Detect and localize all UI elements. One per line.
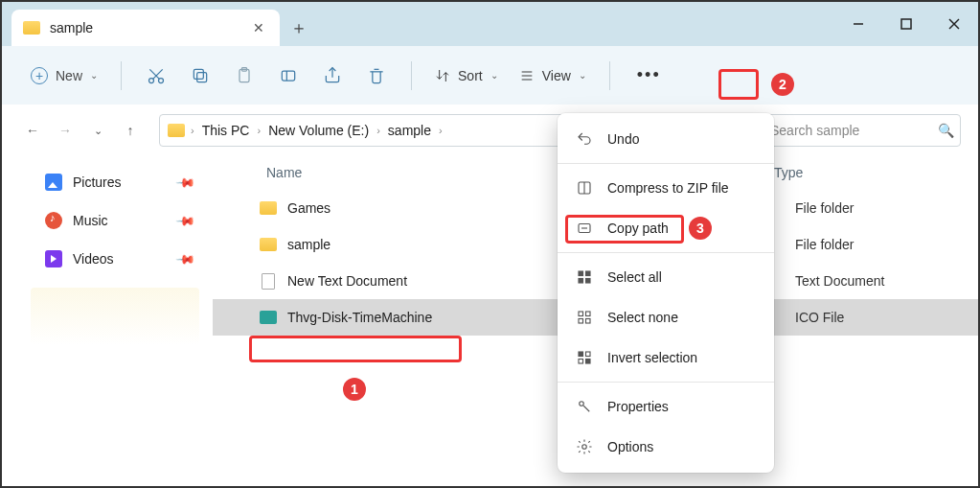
sort-button[interactable]: Sort ⌄ (427, 62, 506, 89)
chevron-down-icon: ⌄ (579, 70, 586, 81)
svg-rect-32 (579, 360, 583, 364)
file-type: ICO File (795, 310, 844, 325)
menu-select-all[interactable]: Select all (558, 257, 774, 297)
svg-rect-12 (282, 71, 294, 81)
recent-button[interactable]: ⌄ (84, 117, 111, 144)
folder-icon (259, 236, 278, 253)
svg-rect-1 (901, 19, 911, 29)
menu-label: Copy path (607, 221, 669, 236)
pin-icon: 📌 (175, 248, 196, 269)
menu-select-none[interactable]: Select none (558, 297, 774, 337)
svg-rect-25 (586, 279, 591, 284)
sidebar-item-pictures[interactable]: Pictures 📌 (2, 163, 213, 201)
crumb-volume[interactable]: New Volume (E:) (266, 121, 371, 140)
svg-rect-23 (586, 271, 591, 276)
select-none-icon (575, 309, 594, 326)
svg-rect-30 (579, 352, 583, 357)
back-button[interactable]: ← (19, 117, 46, 144)
svg-point-34 (580, 402, 584, 407)
up-button[interactable]: ↑ (117, 117, 144, 144)
svg-rect-24 (579, 279, 583, 284)
separator (558, 382, 774, 383)
sidebar-item-label: Pictures (73, 174, 167, 190)
folder-icon (168, 124, 185, 137)
paste-button[interactable] (225, 57, 263, 95)
delete-button[interactable] (357, 57, 396, 95)
window-controls (834, 2, 978, 46)
close-icon[interactable]: ✕ (249, 16, 268, 39)
copy-path-icon (575, 220, 594, 237)
ico-file-icon (259, 309, 278, 326)
sort-label: Sort (458, 68, 483, 83)
menu-label: Properties (607, 399, 669, 414)
chevron-right-icon: › (185, 125, 200, 136)
cut-button[interactable] (137, 57, 175, 95)
menu-compress[interactable]: Compress to ZIP file (558, 168, 774, 208)
plus-circle-icon: + (31, 67, 48, 84)
maximize-button[interactable] (882, 2, 930, 46)
separator (121, 61, 122, 90)
context-menu: Undo Compress to ZIP file Copy path Sele… (558, 113, 774, 473)
options-icon (575, 438, 594, 455)
sidebar-item-music[interactable]: Music 📌 (2, 201, 213, 240)
rename-button[interactable] (269, 57, 308, 95)
pictures-icon (44, 173, 63, 192)
svg-rect-28 (579, 319, 583, 324)
menu-copy-path[interactable]: Copy path (558, 208, 774, 248)
svg-rect-8 (197, 72, 207, 81)
separator (609, 61, 610, 90)
share-button[interactable] (313, 57, 352, 95)
copy-button[interactable] (181, 57, 219, 95)
zip-icon (575, 179, 594, 197)
sidebar-item-videos[interactable]: Videos 📌 (2, 240, 213, 278)
search-box[interactable]: 🔍 (760, 114, 961, 147)
chevron-right-icon: › (251, 125, 266, 136)
menu-properties[interactable]: Properties (558, 386, 774, 427)
svg-rect-27 (586, 312, 591, 316)
search-input[interactable] (770, 123, 938, 138)
quick-access-preview (31, 288, 199, 345)
column-type[interactable]: Type (774, 165, 966, 180)
new-button[interactable]: + New ⌄ (23, 61, 105, 90)
chevron-down-icon: ⌄ (490, 70, 498, 81)
svg-rect-26 (579, 312, 583, 316)
svg-point-35 (582, 445, 587, 450)
file-type: Text Document (795, 273, 884, 289)
invert-icon (575, 349, 594, 366)
menu-invert[interactable]: Invert selection (558, 337, 774, 378)
file-icon (259, 272, 278, 290)
annotation-badge-3: 3 (689, 217, 712, 240)
tab-active[interactable]: sample ✕ (11, 10, 280, 46)
chevron-right-icon: › (433, 125, 448, 136)
menu-label: Select none (607, 310, 678, 325)
search-icon[interactable]: 🔍 (938, 123, 954, 138)
more-button[interactable]: ••• (626, 59, 672, 91)
pin-icon: 📌 (175, 210, 196, 231)
minimize-button[interactable] (834, 2, 882, 46)
forward-button[interactable]: → (52, 117, 79, 144)
music-icon (44, 211, 63, 230)
crumb-sample[interactable]: sample (386, 121, 433, 140)
svg-rect-22 (579, 271, 583, 276)
svg-rect-9 (194, 69, 203, 79)
sidebar-item-label: Music (73, 213, 167, 228)
separator (558, 163, 774, 164)
new-label: New (56, 68, 82, 83)
toolbar: + New ⌄ Sort ⌄ View ⌄ ••• (2, 46, 978, 105)
menu-label: Options (607, 439, 653, 454)
svg-rect-31 (586, 352, 591, 357)
view-button[interactable]: View ⌄ (512, 62, 594, 89)
crumb-this-pc[interactable]: This PC (200, 121, 252, 140)
new-tab-button[interactable]: ＋ (280, 10, 318, 46)
menu-label: Select all (607, 269, 662, 285)
close-button[interactable] (930, 2, 978, 46)
file-type: File folder (795, 237, 854, 252)
annotation-badge-2: 2 (771, 73, 794, 96)
file-type: File folder (795, 200, 854, 216)
chevron-down-icon: ⌄ (90, 70, 98, 81)
annotation-badge-1: 1 (343, 378, 366, 401)
menu-options[interactable]: Options (558, 427, 774, 467)
menu-undo[interactable]: Undo (558, 119, 774, 159)
view-label: View (542, 68, 571, 83)
properties-icon (575, 398, 594, 415)
